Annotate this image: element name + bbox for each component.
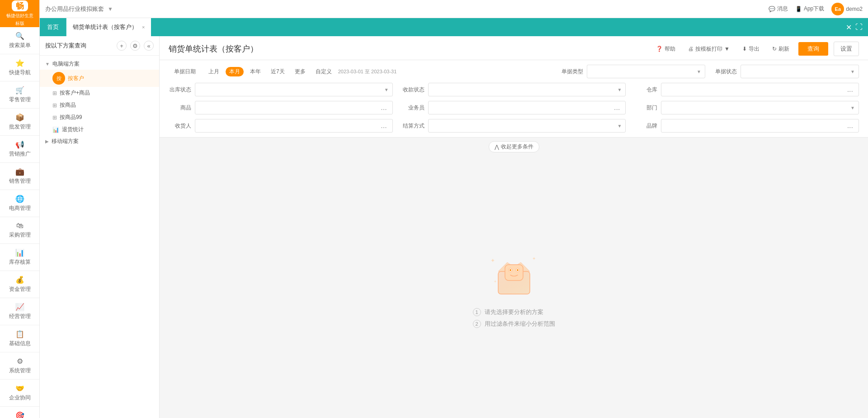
- wholesale-mgmt-icon: 📦: [15, 113, 24, 122]
- type-dropdown-icon: ▼: [697, 69, 701, 74]
- filter-row-1: 单据日期 上月 本月 本年 近7天 更多 自定义 2023-03-01 至 20…: [169, 65, 859, 78]
- sidebar-item-sales-mgmt-label: 销售管理: [9, 177, 31, 185]
- scheme-item-return-stats[interactable]: 📊 退货统计: [40, 124, 159, 136]
- product-label: 商品: [169, 104, 191, 112]
- by-product-99-icon: ⊞: [52, 114, 57, 121]
- collapse-more-btn[interactable]: ⋀ 收起更多条件: [489, 141, 539, 152]
- out-status-dropdown-icon: ▼: [384, 87, 389, 92]
- filter-cell-out-status: 出库状态 ▼: [169, 83, 393, 96]
- scheme-settings-btn[interactable]: ⚙: [130, 41, 140, 51]
- sidebar-item-marketing[interactable]: 📢 营销推广: [0, 136, 39, 163]
- export-btn[interactable]: ⬇ 导出: [739, 43, 763, 55]
- sidebar: 畅 畅捷信好生意 标版 🔍 搜索菜单 ⭐ 快捷导航 🛒 零售管理 📦 批发管理 …: [0, 0, 40, 418]
- by-product-icon: ⊞: [52, 102, 57, 109]
- salesperson-dots[interactable]: ...: [612, 104, 622, 112]
- sidebar-item-newbie[interactable]: 🎯 新手引导: [0, 407, 39, 418]
- product-dots[interactable]: ...: [379, 104, 388, 112]
- filter-cell-product: 商品 ...: [169, 101, 393, 114]
- brand-dots[interactable]: ...: [845, 122, 855, 130]
- date-tab-last-month[interactable]: 上月: [205, 67, 223, 76]
- warehouse-input[interactable]: ...: [661, 83, 859, 96]
- sidebar-item-wholesale-mgmt-label: 批发管理: [9, 123, 31, 131]
- user-menu-btn[interactable]: Ea demo2: [831, 3, 863, 15]
- tip-1-num: 1: [473, 308, 481, 316]
- window-close-icon[interactable]: ✕: [846, 23, 852, 32]
- filter-cell-department: 部门 ▼: [635, 101, 859, 114]
- brand-input[interactable]: ...: [661, 119, 859, 133]
- empty-tips: 1 请先选择要分析的方案 2 用过滤条件来缩小分析范围: [473, 308, 555, 328]
- sidebar-item-finance[interactable]: 💰 资金管理: [0, 271, 39, 298]
- date-tab-this-year[interactable]: 本年: [246, 67, 264, 76]
- sidebar-item-ecommerce[interactable]: 🌐 电商管理: [0, 190, 39, 217]
- refresh-btn[interactable]: ↻ 刷新: [769, 43, 793, 55]
- out-status-select[interactable]: ▼: [195, 83, 393, 96]
- type-select[interactable]: ▼: [587, 65, 705, 78]
- top-bar-left: 办公用品行业模拟账套 ▼: [45, 5, 113, 13]
- tab-home[interactable]: 首页: [40, 18, 66, 36]
- date-tab-more[interactable]: 更多: [291, 67, 309, 76]
- sidebar-item-system-mgmt[interactable]: ⚙ 系统管理: [0, 352, 39, 380]
- window-maximize-icon[interactable]: ⛶: [855, 23, 863, 31]
- sidebar-item-basic-info[interactable]: 📋 基础信息: [0, 325, 39, 352]
- filter-cell-salesperson: 业务员 ...: [402, 101, 626, 114]
- desktop-scheme-group[interactable]: ▼ 电脑端方案: [40, 58, 159, 70]
- empty-robot-icon: ✦ ✦ ✦: [487, 247, 541, 301]
- sidebar-item-sales-mgmt[interactable]: 💼 销售管理: [0, 163, 39, 190]
- date-tab-custom[interactable]: 自定义: [312, 67, 335, 76]
- retail-mgmt-icon: 🛒: [15, 86, 24, 95]
- status-select[interactable]: ▼: [741, 65, 859, 78]
- receipt-status-select[interactable]: ▼: [428, 83, 626, 96]
- sidebar-item-wholesale-mgmt[interactable]: 📦 批发管理: [0, 109, 39, 136]
- filter-cell-status: 单据状态 ▼: [714, 65, 859, 78]
- settings-button[interactable]: 设置: [834, 42, 859, 56]
- add-scheme-btn[interactable]: +: [117, 41, 127, 51]
- logo-sublabel: 标版: [15, 20, 24, 27]
- sidebar-item-basic-info-label: 基础信息: [9, 340, 31, 347]
- tab-close-icon[interactable]: ×: [142, 24, 145, 30]
- collapse-panel-btn[interactable]: «: [144, 41, 154, 51]
- logo-text: 畅捷信好生意: [6, 13, 33, 19]
- sidebar-item-purchase-mgmt[interactable]: 🛍 采购管理: [0, 217, 39, 244]
- scheme-item-by-customer-label: 按客户: [68, 75, 84, 82]
- page-actions: ❓ 帮助 🖨 按模板打印 ▼ ⬇ 导出 ↻ 刷新: [652, 42, 859, 56]
- sidebar-item-inventory-label: 库存核算: [9, 258, 31, 266]
- mobile-group-arrow: ▶: [45, 139, 49, 144]
- help-btn[interactable]: ❓ 帮助: [652, 43, 679, 55]
- tab-active-label: 销货单统计表（按客户）: [73, 23, 137, 31]
- user-name: demo2: [846, 6, 863, 12]
- sidebar-item-retail-mgmt[interactable]: 🛒 零售管理: [0, 81, 39, 109]
- query-button[interactable]: 查询: [798, 42, 828, 56]
- department-select[interactable]: ▼: [661, 101, 859, 114]
- print-dropdown-icon: ▼: [724, 46, 730, 52]
- sidebar-item-operations[interactable]: 📈 经营管理: [0, 298, 39, 325]
- tab-active-sales-stats[interactable]: 销货单统计表（按客户） ×: [66, 18, 151, 36]
- top-bar-dropdown-icon[interactable]: ▼: [108, 6, 113, 12]
- scheme-item-by-customer-product[interactable]: ⊞ 按客户+商品: [40, 87, 159, 99]
- template-print-btn[interactable]: 🖨 按模板打印 ▼: [684, 43, 733, 55]
- product-input[interactable]: ...: [195, 101, 393, 114]
- date-tab-this-month[interactable]: 本月: [226, 67, 244, 76]
- mobile-scheme-group[interactable]: ▶ 移动端方案: [40, 136, 159, 147]
- recipient-dots[interactable]: ...: [379, 122, 388, 130]
- recipient-label: 收货人: [169, 122, 191, 130]
- date-tab-7-days[interactable]: 近7天: [267, 67, 288, 76]
- message-icon: 💬: [769, 6, 775, 12]
- sidebar-item-inventory[interactable]: 📊 库存核算: [0, 244, 39, 271]
- svg-rect-1: [505, 265, 523, 280]
- department-label: 部门: [635, 104, 657, 112]
- scheme-item-by-product-99[interactable]: ⊞ 按商品99: [40, 111, 159, 124]
- window-controls: ✕ ⛶: [840, 23, 868, 32]
- settlement-select[interactable]: ▼: [428, 119, 626, 133]
- status-label: 单据状态: [714, 68, 737, 76]
- sidebar-item-search-menu[interactable]: 🔍 搜索菜单: [0, 27, 39, 54]
- scheme-item-by-customer[interactable]: 按 按客户: [40, 70, 159, 87]
- scheme-item-by-product[interactable]: ⊞ 按商品: [40, 99, 159, 111]
- warehouse-dots[interactable]: ...: [845, 86, 855, 94]
- sidebar-item-quick-nav[interactable]: ⭐ 快捷导航: [0, 54, 39, 81]
- recipient-input[interactable]: ...: [195, 119, 393, 133]
- tab-home-label: 首页: [47, 23, 59, 31]
- app-download-btn[interactable]: 📱 App下载: [795, 5, 824, 13]
- message-btn[interactable]: 💬 消息: [769, 5, 788, 13]
- sidebar-item-enterprise[interactable]: 🤝 企业协同: [0, 380, 39, 407]
- salesperson-input[interactable]: ...: [428, 101, 626, 114]
